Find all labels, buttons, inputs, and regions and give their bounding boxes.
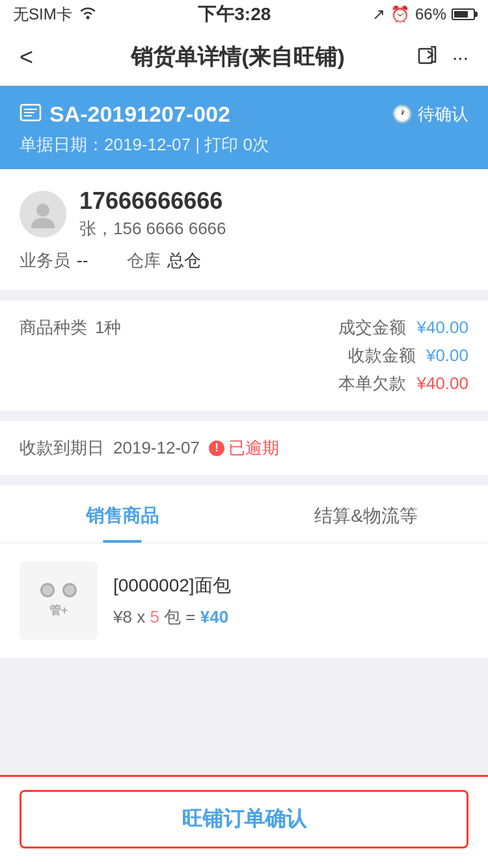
status-right: ↗ ⏰ 66% xyxy=(372,5,475,23)
owl-logo xyxy=(40,583,77,597)
price-unit: ¥8 xyxy=(113,607,132,627)
product-thumb-inner: 管+ xyxy=(40,583,77,618)
product-thumbnail: 管+ xyxy=(20,562,98,640)
avatar xyxy=(20,191,66,237)
nav-bar: < 销货单详情(来自旺铺) ··· xyxy=(0,29,488,86)
carrier-label: 无SIM卡 xyxy=(13,4,72,25)
confirm-order-button[interactable]: 旺铺订单确认 xyxy=(20,790,468,848)
due-section: 收款到期日 2019-12-07 ! 已逾期 xyxy=(0,421,488,475)
owed-value: ¥40.00 xyxy=(416,373,468,394)
owl-eye-right xyxy=(62,583,77,597)
tab-products-label: 销售商品 xyxy=(86,506,159,526)
product-list: 管+ [0000002]面包 ¥8 x 5 包 = ¥40 xyxy=(0,543,488,658)
share-button[interactable] xyxy=(417,44,439,70)
overdue-badge: ! 已逾期 xyxy=(209,437,279,459)
owl-text: 管+ xyxy=(49,603,68,618)
warehouse-info: 仓库 总仓 xyxy=(127,249,201,272)
received-value: ¥0.00 xyxy=(426,346,468,366)
battery-percent: 66% xyxy=(415,5,446,23)
owed-label: 本单欠款 xyxy=(338,372,406,395)
order-id: SA-20191207-002 xyxy=(20,102,230,127)
order-date-value: 2019-12-07 xyxy=(104,135,191,154)
product-type-label: 商品种类 xyxy=(20,316,87,339)
due-date-value: 2019-12-07 xyxy=(113,438,200,458)
amount-row: 成交金额 ¥40.00 xyxy=(338,316,468,339)
sales-info: 业务员 -- xyxy=(20,249,88,272)
owed-row: 本单欠款 ¥40.00 xyxy=(338,372,468,395)
customer-sub: 张，156 6666 6666 xyxy=(79,217,226,240)
status-text: 待确认 xyxy=(418,103,468,126)
price-x: x xyxy=(137,607,150,627)
bottom-bar: 旺铺订单确认 xyxy=(0,775,488,868)
customer-info: 17666666666 张，156 6666 6666 xyxy=(79,187,226,240)
status-time: 下午3:28 xyxy=(198,2,271,27)
received-label: 收款金额 xyxy=(348,344,416,367)
product-type-value: 1种 xyxy=(95,316,121,339)
wifi-icon xyxy=(79,5,97,23)
received-row: 收款金额 ¥0.00 xyxy=(348,344,468,367)
tab-section: 销售商品 结算&物流等 管+ [0000002]面包 ¥8 xyxy=(0,485,488,658)
order-id-row: SA-20191207-002 🕐 待确认 xyxy=(20,102,468,127)
sales-value: -- xyxy=(77,251,88,271)
warehouse-value: 总仓 xyxy=(167,249,201,272)
svg-point-0 xyxy=(86,16,89,20)
status-left: 无SIM卡 xyxy=(13,4,97,25)
order-icon xyxy=(20,102,42,127)
customer-phone: 17666666666 xyxy=(79,187,226,215)
nav-actions: ··· xyxy=(417,44,468,70)
amount-info: 成交金额 ¥40.00 收款金额 ¥0.00 本单欠款 ¥40.00 xyxy=(338,316,468,395)
owl-eye-left xyxy=(40,583,55,597)
print-label: | 打印 xyxy=(195,135,238,154)
summary-section: 商品种类 1种 成交金额 ¥40.00 收款金额 ¥0.00 本单欠款 ¥40.… xyxy=(0,301,488,411)
info-row: 业务员 -- 仓库 总仓 xyxy=(20,249,468,272)
customer-section: 17666666666 张，156 6666 6666 业务员 -- 仓库 总仓 xyxy=(0,169,488,290)
order-header: SA-20191207-002 🕐 待确认 单据日期：2019-12-07 | … xyxy=(0,86,488,169)
status-bar: 无SIM卡 下午3:28 ↗ ⏰ 66% xyxy=(0,0,488,29)
tab-settlement-label: 结算&物流等 xyxy=(314,506,418,526)
product-price: ¥8 x 5 包 = ¥40 xyxy=(113,606,468,629)
more-button[interactable]: ··· xyxy=(452,46,468,68)
svg-point-3 xyxy=(36,204,49,217)
status-clock-icon: 🕐 xyxy=(392,104,413,124)
page-title: 销货单详情(来自旺铺) xyxy=(131,42,345,72)
order-date-row: 单据日期：2019-12-07 | 打印 0次 xyxy=(20,133,468,156)
sales-label: 业务员 xyxy=(20,249,70,272)
product-type-info: 商品种类 1种 xyxy=(20,316,121,339)
summary-grid: 商品种类 1种 成交金额 ¥40.00 收款金额 ¥0.00 本单欠款 ¥40.… xyxy=(20,316,468,395)
content-spacer xyxy=(0,658,488,789)
overdue-text: 已逾期 xyxy=(228,437,279,459)
tab-bar: 销售商品 结算&物流等 xyxy=(0,485,488,543)
product-name: [0000002]面包 xyxy=(113,573,468,598)
alarm-icon: ⏰ xyxy=(390,5,410,23)
amount-value: ¥40.00 xyxy=(416,318,468,338)
warehouse-label: 仓库 xyxy=(127,249,161,272)
due-date-label: 收款到期日 xyxy=(20,437,104,459)
tab-settlement[interactable]: 结算&物流等 xyxy=(244,485,488,543)
price-qty: 5 xyxy=(150,607,159,627)
overdue-dot-icon: ! xyxy=(209,441,224,456)
back-button[interactable]: < xyxy=(20,44,59,71)
print-unit: 次 xyxy=(252,135,269,154)
date-label: 单据日期： xyxy=(20,135,104,154)
customer-row: 17666666666 张，156 6666 6666 xyxy=(20,187,468,240)
battery-icon xyxy=(452,8,475,20)
amount-label: 成交金额 xyxy=(338,316,406,339)
order-id-text: SA-20191207-002 xyxy=(49,102,230,127)
product-info: [0000002]面包 ¥8 x 5 包 = ¥40 xyxy=(113,573,468,629)
location-icon: ↗ xyxy=(372,5,385,23)
order-status: 🕐 待确认 xyxy=(392,103,468,126)
table-row: 管+ [0000002]面包 ¥8 x 5 包 = ¥40 xyxy=(0,543,488,658)
print-count: 0 xyxy=(243,135,252,154)
price-unit-label: 包 xyxy=(164,607,181,627)
price-total: ¥40 xyxy=(200,607,228,627)
tab-products[interactable]: 销售商品 xyxy=(0,485,244,543)
price-equals: = xyxy=(185,607,200,627)
